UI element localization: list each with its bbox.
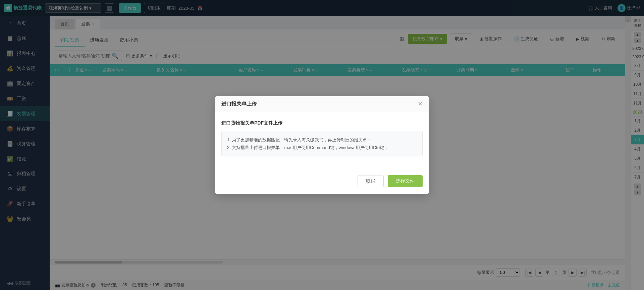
modal-overlay[interactable]: 进口报关单上传 ✕ 进口货物报关单PDF文件上传 1. 为了更加精准的数据匹配，… xyxy=(0,0,644,290)
modal-header: 进口报关单上传 ✕ xyxy=(215,96,429,112)
modal-info-item-2: 2. 支持批量上传进口报关单，mac用户使用Command键，windows用户… xyxy=(227,144,417,151)
modal-section-title: 进口货物报关单PDF文件上传 xyxy=(221,120,423,126)
modal-close-button[interactable]: ✕ xyxy=(418,101,423,107)
modal-body: 进口货物报关单PDF文件上传 1. 为了更加精准的数据匹配，请先录入海关缴款书，… xyxy=(215,112,429,171)
modal-info-box: 1. 为了更加精准的数据匹配，请先录入海关缴款书，再上传对应的报关单； 2. 支… xyxy=(221,131,423,157)
modal-select-file-button[interactable]: 选择文件 xyxy=(388,175,423,187)
modal-info-item-1: 1. 为了更加精准的数据匹配，请先录入海关缴款书，再上传对应的报关单； xyxy=(227,136,417,144)
modal-title: 进口报关单上传 xyxy=(221,101,257,107)
import-modal: 进口报关单上传 ✕ 进口货物报关单PDF文件上传 1. 为了更加精准的数据匹配，… xyxy=(215,96,429,194)
modal-footer: 取消 选择文件 xyxy=(215,171,429,194)
modal-cancel-button[interactable]: 取消 xyxy=(358,175,384,187)
